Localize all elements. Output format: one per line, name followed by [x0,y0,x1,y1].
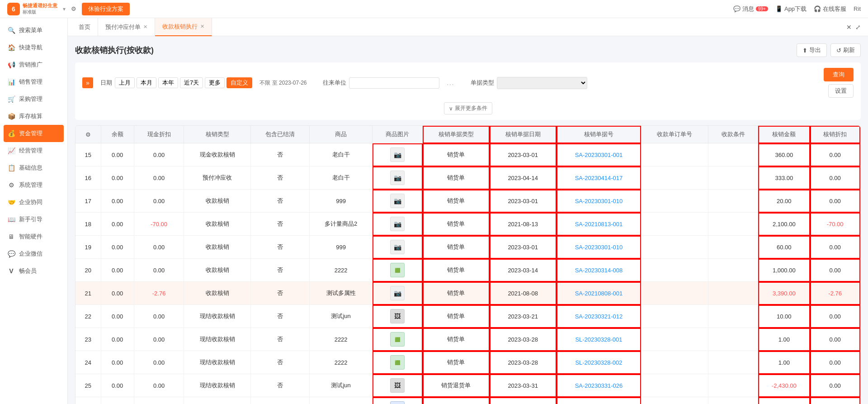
cell-cancel-bill-no[interactable]: SA-20210808-001 [557,282,642,305]
cell-cancel-discount: 0.00 [810,374,860,397]
sidebar-item-member[interactable]: V 畅会员 [0,262,67,280]
table-scroll-area[interactable]: ⚙ 余额 现金折扣 核销类型 包含已结清 商品 商品图片 核销单据类型 核销单据… [75,126,860,404]
tab-receipt-cancel[interactable]: 收款核销执行 ✕ [155,18,212,36]
date-btn-custom[interactable]: 自定义 [226,77,252,88]
sidebar-item-basic[interactable]: 📋 基础信息 [0,159,67,176]
cell-product-image: 🟩 [373,328,423,351]
cell-cancel-bill-type: 销货单 [423,305,490,328]
tab-maximize-btn[interactable]: ⤢ [855,24,861,31]
tab-receipt-cancel-close[interactable]: ✕ [200,24,204,29]
table-row: 250.000.00现结收款核销否测试jun🖼销货退货单2023-03-31SA… [75,374,860,397]
cell-cancel-discount: 0.00 [810,328,860,351]
cell-cash-discount: 0.00 [134,397,184,404]
table-body: 150.000.00现金收款核销否老白干📷销货单2023-03-01SA-202… [75,143,860,404]
sidebar-item-purchase[interactable]: 🛒 采购管理 [0,90,67,108]
table-row: 180.00-70.00收款核销否多计量商品2📷销货单2021-08-13SA-… [75,213,860,236]
cell-cancel-bill-no[interactable]: SA-20230414-017 [557,166,642,190]
partner-input[interactable] [349,77,439,89]
cell-cash-discount: 0.00 [134,190,184,213]
cancel-bill-no-link[interactable]: SA-20230301-001 [575,152,623,158]
cancel-bill-no-link[interactable]: SL-20230328-001 [575,336,622,343]
date-btn-7days[interactable]: 近7天 [180,77,203,88]
tab-prepay[interactable]: 预付冲应付单 ✕ [98,18,155,36]
bill-type-select[interactable]: 销货单 销货退货单 [497,77,587,89]
cancel-bill-no-link[interactable]: SA-20230331-026 [575,382,623,389]
date-btn-last-month[interactable]: 上月 [115,77,135,88]
cell-cancel-bill-no[interactable]: SA-20230321-012 [557,305,642,328]
cancel-bill-no-link[interactable]: SA-20230314-008 [575,267,623,274]
expand-arrow-btn[interactable]: » [82,77,93,88]
refresh-button[interactable]: ↺ 刷新 [830,43,861,57]
basic-icon: 📋 [7,164,15,172]
cell-cancel-bill-no[interactable]: SA-20230331-026 [557,374,642,397]
cancel-bill-no-link[interactable]: SA-20230321-012 [575,313,623,320]
industry-button[interactable]: 休验行业方案 [82,3,130,15]
cancel-bill-no-link[interactable]: SA-20230301-010 [575,198,623,204]
cell-cancel-bill-no[interactable]: ABC-001 [557,397,642,404]
message-action[interactable]: 💬 消息 99+ [733,5,768,13]
query-button[interactable]: 查询 [824,68,854,81]
cancel-bill-no-link[interactable]: SA-20210808-001 [575,290,623,297]
cell-cancel-bill-type: 销货单 [423,328,490,351]
logo-subtitle: 畅捷通谱好生意 [23,2,57,9]
filter-section: » 日期 上月 本月 本年 近7天 更多 自定义 不限 至 2023- [75,62,861,120]
sidebar-item-wechat[interactable]: 💬 企业微信 [0,245,67,262]
gear-icon[interactable]: ⚙ [71,5,76,12]
cancel-bill-no-link[interactable]: SA-20210813-001 [575,221,623,228]
sidebar-label-purchase: 采购管理 [19,95,42,103]
date-btn-this-month[interactable]: 本月 [137,77,156,88]
cell-include-settled: 否 [251,305,309,328]
cancel-bill-no-link[interactable]: SA-20230414-017 [575,175,623,181]
sidebar-item-system[interactable]: ⚙ 系统管理 [0,176,67,194]
cell-cancel-type: 收款核销 [184,259,251,282]
cell-cancel-bill-no[interactable]: SA-20230301-010 [557,190,642,213]
sidebar-item-finance[interactable]: 💰 资金管理 [4,125,64,142]
online-service-action[interactable]: 🎧 在线客服 [814,5,846,13]
sidebar-item-marketing[interactable]: 📢 营销推广 [0,56,67,73]
sidebar-item-collab[interactable]: 🤝 企业协同 [0,194,67,211]
sidebar-item-nav[interactable]: 🏠 快捷导航 [0,39,67,56]
sidebar-item-guide[interactable]: 📖 新手引导 [0,211,67,228]
export-button[interactable]: ⬆ 导出 [797,43,827,57]
cell-cancel-bill-date: 2023-03-21 [490,305,557,328]
col-settings-header[interactable]: ⚙ [75,126,101,143]
cell-product: 2222 [309,259,373,282]
date-btn-this-year[interactable]: 本年 [158,77,178,88]
cell-receipt-condition [708,351,758,374]
cell-cancel-bill-no[interactable]: SA-20230301-001 [557,143,642,166]
sidebar-item-operations[interactable]: 📈 经营管理 [0,142,67,159]
cancel-bill-no-link[interactable]: SA-20230301-010 [575,244,623,251]
date-btn-more[interactable]: 更多 [205,77,225,88]
cell-cancel-discount: -70.00 [810,213,860,236]
cell-cancel-bill-no[interactable]: SA-20230301-010 [557,236,642,259]
cell-cancel-bill-no[interactable]: SL-20230328-002 [557,351,642,374]
cell-cancel-discount: 0.00 [810,236,860,259]
filter-partner-item: 往来单位 [323,77,439,89]
cell-cancel-bill-no[interactable]: SA-20210813-001 [557,213,642,236]
sidebar-item-hardware[interactable]: 🖥 智能硬件 [0,228,67,245]
guide-icon: 📖 [7,215,15,223]
logo-tag: 标准版 [23,9,57,15]
cell-cancel-bill-no[interactable]: SA-20230314-008 [557,259,642,282]
cell-receipt-condition [708,236,758,259]
app-download-action[interactable]: 📱 App下载 [775,5,807,13]
cell-cancel-bill-no[interactable]: SL-20230328-001 [557,328,642,351]
cell-cancel-bill-date: 2022-04-14 [490,397,557,404]
cancel-bill-no-link[interactable]: SL-20230328-002 [575,359,622,366]
sidebar-item-inventory[interactable]: 📦 库存核算 [0,108,67,125]
top-dropdown-arrow[interactable]: ▾ [63,6,66,12]
settings-button[interactable]: 设置 [828,84,854,98]
tab-home-label: 首页 [79,23,90,31]
cell-cancel-bill-date: 2023-03-01 [490,236,557,259]
tab-home[interactable]: 首页 [71,18,98,36]
cell-product-image: 📷 [373,236,423,259]
marketing-icon: 📢 [7,61,15,69]
sidebar-item-sales[interactable]: 📊 销售管理 [0,73,67,90]
tab-prepay-close[interactable]: ✕ [143,24,147,30]
sidebar-item-search[interactable]: 🔍 搜索菜单 [0,22,67,39]
cell-cancel-bill-type: 销货单 [423,213,490,236]
expand-conditions-btn[interactable]: ∨ 展开更多条件 [444,102,492,114]
table-row: 190.000.00收款核销否999📷销货单2023-03-01SA-20230… [75,236,860,259]
cell-include-settled: 否 [251,351,309,374]
tab-close-btn[interactable]: ✕ [846,24,852,31]
